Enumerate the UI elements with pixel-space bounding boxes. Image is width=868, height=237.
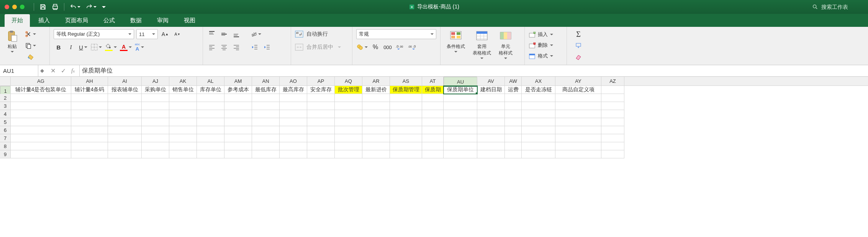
cell-AS3[interactable]: [390, 102, 422, 110]
cell-AT2[interactable]: [422, 94, 444, 102]
cell-AW8[interactable]: [505, 142, 522, 150]
cell-AK5[interactable]: [169, 118, 197, 126]
cell-AY2[interactable]: [555, 94, 601, 102]
cell-AK7[interactable]: [169, 134, 197, 142]
cell-AT1[interactable]: 保质期: [422, 86, 444, 94]
cell-AT7[interactable]: [422, 134, 444, 142]
cell-AG6[interactable]: [11, 126, 71, 134]
cell-AY9[interactable]: [555, 150, 601, 158]
cell-AW6[interactable]: [505, 126, 522, 134]
cell-AW4[interactable]: [505, 110, 522, 118]
bold-button[interactable]: B: [54, 42, 64, 52]
cell-AR1[interactable]: 最新进价: [362, 86, 390, 94]
search-box[interactable]: [812, 3, 863, 10]
tab-数据[interactable]: 数据: [123, 14, 149, 27]
cell-AS5[interactable]: [390, 118, 422, 126]
cell-AS2[interactable]: [390, 94, 422, 102]
cell-AJ5[interactable]: [142, 118, 169, 126]
cell-AP6[interactable]: [307, 126, 335, 134]
cell-AK9[interactable]: [169, 150, 197, 158]
cell-AU8[interactable]: [444, 142, 477, 150]
cell-AS8[interactable]: [390, 142, 422, 150]
cell-AR6[interactable]: [362, 126, 390, 134]
cut-button[interactable]: [25, 29, 36, 39]
font-size-select[interactable]: 11: [136, 29, 158, 39]
cell-AS1[interactable]: 保质期管理: [390, 86, 422, 94]
font-name-select[interactable]: 等线 Regular (正文): [54, 29, 134, 39]
col-header-AP[interactable]: AP: [307, 77, 335, 86]
col-header-AM[interactable]: AM: [224, 77, 252, 86]
col-header-AQ[interactable]: AQ: [335, 77, 362, 86]
align-top-button[interactable]: [207, 29, 217, 39]
decrease-font-button[interactable]: A▼: [172, 29, 182, 39]
col-header-AX[interactable]: AX: [522, 77, 555, 86]
cell-AJ9[interactable]: [142, 150, 169, 158]
cell-AK6[interactable]: [169, 126, 197, 134]
cell-AN7[interactable]: [252, 134, 280, 142]
cell-AY4[interactable]: [555, 110, 601, 118]
increase-indent-button[interactable]: [262, 42, 272, 52]
name-box[interactable]: AU1: [0, 65, 38, 76]
col-header-AV[interactable]: AV: [477, 77, 505, 86]
cell-AW1[interactable]: 运费: [505, 86, 522, 94]
cell-AQ3[interactable]: [335, 102, 362, 110]
cell-AU6[interactable]: [444, 126, 477, 134]
cell-AH2[interactable]: [71, 94, 108, 102]
save-icon[interactable]: [39, 3, 46, 10]
cell-AR3[interactable]: [362, 102, 390, 110]
cell-AO8[interactable]: [280, 142, 307, 150]
cell-AI3[interactable]: [108, 102, 142, 110]
fill-button[interactable]: [571, 41, 586, 51]
cell-AQ8[interactable]: [335, 142, 362, 150]
cell-AH5[interactable]: [71, 118, 108, 126]
cell-AG7[interactable]: [11, 134, 71, 142]
cell-AK3[interactable]: [169, 102, 197, 110]
cell-AM3[interactable]: [224, 102, 252, 110]
cell-AX8[interactable]: [522, 142, 555, 150]
cell-AX4[interactable]: [522, 110, 555, 118]
row-header-8[interactable]: 8: [0, 142, 11, 150]
wrap-text-button[interactable]: ab 自动换行: [295, 29, 348, 39]
cell-AN9[interactable]: [252, 150, 280, 158]
tab-开始[interactable]: 开始: [5, 14, 30, 27]
align-center-button[interactable]: [219, 42, 229, 52]
cell-AL2[interactable]: [197, 94, 224, 102]
cell-AP8[interactable]: [307, 142, 335, 150]
col-header-AW[interactable]: AW: [505, 77, 522, 86]
cell-AO2[interactable]: [280, 94, 307, 102]
cell-AR2[interactable]: [362, 94, 390, 102]
enter-formula-button[interactable]: ✓: [61, 67, 66, 74]
cell-AZ2[interactable]: [601, 94, 624, 102]
cell-AN8[interactable]: [252, 142, 280, 150]
col-header-AR[interactable]: AR: [362, 77, 390, 86]
cell-AR4[interactable]: [362, 110, 390, 118]
cell-AL5[interactable]: [197, 118, 224, 126]
cell-AZ4[interactable]: [601, 110, 624, 118]
cell-AO7[interactable]: [280, 134, 307, 142]
cell-AH9[interactable]: [71, 150, 108, 158]
cell-AH4[interactable]: [71, 110, 108, 118]
cell-AP1[interactable]: 安全库存: [307, 86, 335, 94]
cell-AP4[interactable]: [307, 110, 335, 118]
borders-button[interactable]: [90, 42, 102, 52]
cell-AY6[interactable]: [555, 126, 601, 134]
cell-AY7[interactable]: [555, 134, 601, 142]
cell-AO6[interactable]: [280, 126, 307, 134]
cell-AG3[interactable]: [11, 102, 71, 110]
align-middle-button[interactable]: [219, 29, 229, 39]
cell-AL3[interactable]: [197, 102, 224, 110]
col-header-AN[interactable]: AN: [252, 77, 280, 86]
cell-AJ7[interactable]: [142, 134, 169, 142]
undo-button[interactable]: [70, 3, 80, 10]
cell-AH3[interactable]: [71, 102, 108, 110]
cell-AM5[interactable]: [224, 118, 252, 126]
tab-视图[interactable]: 视图: [177, 14, 202, 27]
cell-AN4[interactable]: [252, 110, 280, 118]
cell-AZ6[interactable]: [601, 126, 624, 134]
cell-AL1[interactable]: 库存单位: [197, 86, 224, 94]
orientation-button[interactable]: ab: [250, 29, 262, 39]
cell-AI5[interactable]: [108, 118, 142, 126]
cell-AQ6[interactable]: [335, 126, 362, 134]
cell-AZ5[interactable]: [601, 118, 624, 126]
cell-AV6[interactable]: [477, 126, 505, 134]
